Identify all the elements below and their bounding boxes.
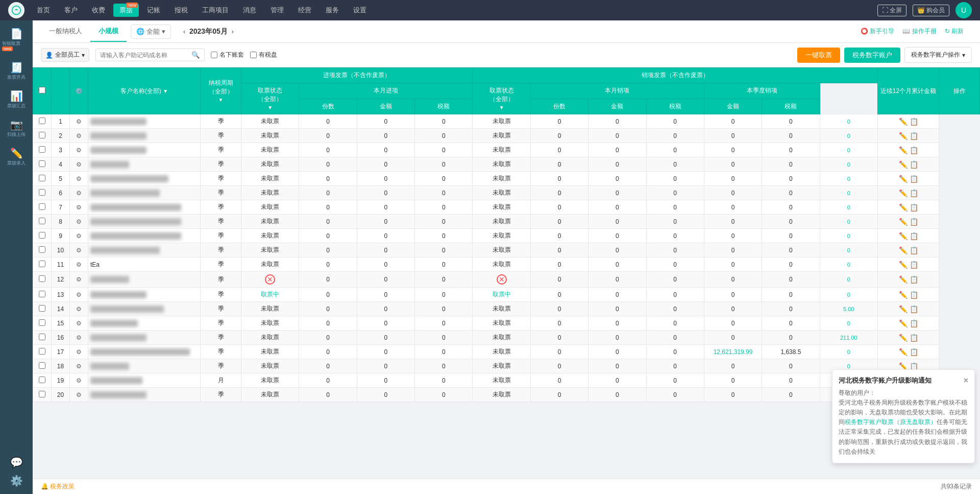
edit-icon[interactable]: ✏️ [899,348,908,356]
table-cell[interactable]: ✏️📋 [878,215,939,229]
row-gear-icon[interactable]: ⚙ [76,363,82,370]
table-cell[interactable] [33,388,52,402]
row-checkbox[interactable] [39,348,45,355]
table-cell[interactable] [33,200,52,215]
fullscreen-button[interactable]: ⛶ 全屏 [877,5,906,16]
select-all-checkbox[interactable] [39,87,45,93]
link-guide[interactable]: ⭕ 新手引导 [861,27,894,36]
edit-icon[interactable]: ✏️ [899,246,908,254]
nav-settings[interactable]: 设置 [347,4,373,17]
digital-account-ops-button[interactable]: 税务数字账户操作 ▾ [904,47,972,63]
nav-home[interactable]: 首页 [31,4,56,17]
app-logo[interactable] [8,2,24,18]
nav-operation[interactable]: 经营 [292,4,317,17]
table-cell[interactable]: ✏️📋 [878,229,939,243]
notification-close-button[interactable]: × [964,376,968,385]
nav-invoice[interactable]: 票据 new [113,4,139,17]
edit-icon[interactable]: ✏️ [899,275,908,284]
edit-icon[interactable]: ✏️ [899,189,908,197]
table-cell[interactable] [33,229,52,243]
table-cell[interactable] [33,302,52,316]
row-gear-icon[interactable]: ⚙ [76,232,82,240]
table-cell[interactable]: ⚙ [70,215,88,229]
table-cell[interactable]: ✏️📋 [878,157,939,172]
employee-select[interactable]: 👤 全部员工 ▾ [41,48,89,62]
table-cell[interactable]: ⚙ [70,200,88,215]
table-cell[interactable]: ⚙ [70,243,88,257]
table-cell[interactable]: ✏️📋 [878,186,939,200]
sub-account-checkbox-input[interactable] [211,52,217,58]
row-gear-icon[interactable]: ⚙ [76,320,82,327]
nav-message[interactable]: 消息 [237,4,262,17]
row-checkbox[interactable] [39,175,45,181]
row-checkbox[interactable] [39,203,45,210]
copy-icon[interactable]: 📋 [910,203,918,211]
row-gear-icon[interactable]: ⚙ [76,190,82,197]
table-cell[interactable]: ✏️📋 [878,243,939,257]
tab-general-taxpayer[interactable]: 一般纳税人 [41,21,90,42]
link-manual[interactable]: 📖 操作手册 [902,27,936,36]
table-cell[interactable]: ⚙ [70,186,88,200]
nav-tax[interactable]: 报税 [168,4,194,17]
table-cell[interactable] [33,373,52,388]
sidebar-item-smart-fetch[interactable]: 📄 智能取票new [0,25,33,56]
copy-icon[interactable]: 📋 [910,160,918,169]
table-cell[interactable]: ⚙ [70,302,88,316]
copy-icon[interactable]: 📋 [910,334,918,342]
edit-icon[interactable]: ✏️ [899,232,908,240]
table-cell[interactable] [33,272,52,288]
row-gear-icon[interactable]: ⚙ [76,204,82,211]
sub-account-checkbox[interactable]: 名下账套 [211,51,244,59]
period-next-button[interactable]: › [232,28,234,35]
member-button[interactable]: 👑 购会员 [913,5,949,16]
table-cell[interactable]: ✏️📋 [878,272,939,288]
table-cell[interactable]: ⚙ [70,388,88,402]
sidebar-item-settings[interactable]: ⚙️ [8,472,25,490]
table-cell[interactable] [33,215,52,229]
table-cell[interactable]: ⚙ [70,257,88,272]
table-cell[interactable]: ✏️📋 [878,172,939,186]
table-cell[interactable] [33,114,52,129]
edit-icon[interactable]: ✏️ [899,175,908,183]
copy-icon[interactable]: 📋 [910,218,918,226]
copy-icon[interactable]: 📋 [910,189,918,197]
edit-icon[interactable]: ✏️ [899,291,908,299]
table-cell[interactable]: ⚙ [70,129,88,143]
sidebar-item-invoice-summary[interactable]: 📊 票据汇总 [0,87,33,113]
row-checkbox[interactable] [39,275,45,282]
copy-icon[interactable]: 📋 [910,146,918,154]
row-gear-icon[interactable]: ⚙ [76,147,82,154]
table-cell[interactable]: ⚙ [70,288,88,302]
table-cell[interactable] [33,257,52,272]
table-cell[interactable]: ✏️📋 [878,114,939,129]
copy-icon[interactable]: 📋 [910,291,918,299]
table-cell[interactable] [33,143,52,157]
row-checkbox[interactable] [39,319,45,326]
row-gear-icon[interactable]: ⚙ [76,391,82,398]
period-prev-button[interactable]: ‹ [183,28,185,35]
sidebar-item-invoice-open[interactable]: 🧾 发票开具 [0,58,33,85]
row-checkbox[interactable] [39,391,45,397]
row-checkbox[interactable] [39,146,45,153]
edit-icon[interactable]: ✏️ [899,160,908,169]
edit-icon[interactable]: ✏️ [899,117,908,126]
tax-disk-checkbox[interactable]: 有税盘 [250,51,277,59]
one-click-fetch-button[interactable]: 一键取票 [797,48,840,63]
edit-icon[interactable]: ✏️ [899,218,908,226]
row-gear-icon[interactable]: ⚙ [76,175,82,182]
row-gear-icon[interactable]: ⚙ [76,247,82,254]
table-cell[interactable]: ⚙ [70,229,88,243]
edit-icon[interactable]: ✏️ [899,319,908,327]
digital-account-button[interactable]: 税务数字账户 [844,48,900,63]
copy-icon[interactable]: 📋 [910,348,918,356]
table-cell[interactable]: ⚙ [70,172,88,186]
copy-icon[interactable]: 📋 [910,117,918,126]
table-cell[interactable]: ✏️📋 [878,331,939,345]
row-checkbox[interactable] [39,160,45,167]
table-cell[interactable] [33,359,52,373]
table-cell[interactable]: ✏️📋 [878,143,939,157]
row-checkbox[interactable] [39,246,45,253]
edit-icon[interactable]: ✏️ [899,146,908,154]
table-cell[interactable]: ⚙ [70,157,88,172]
nav-service[interactable]: 服务 [320,4,345,17]
